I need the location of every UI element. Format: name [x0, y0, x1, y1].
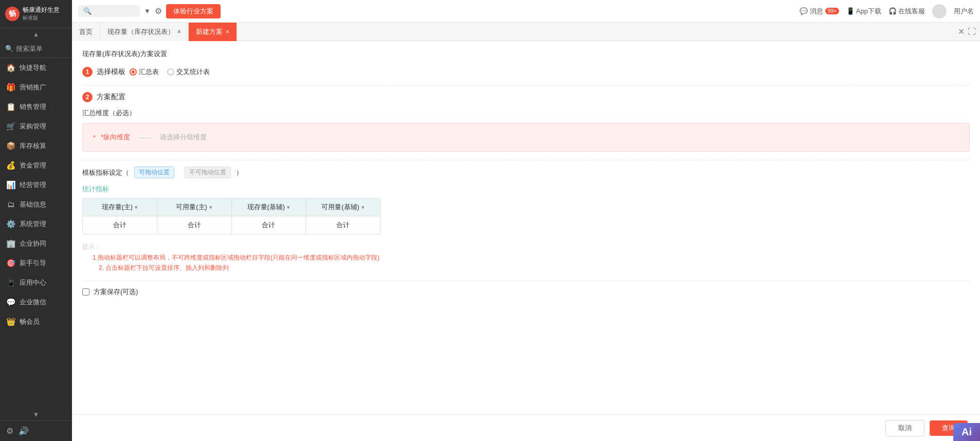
cart-icon: 🛒	[6, 122, 15, 131]
step2-num: 2	[82, 92, 93, 102]
vertical-dim-label: *	[93, 134, 96, 141]
content-area: 现存量(库存状况表)方案设置 1 选择模板 汇总表 交叉统计表	[72, 41, 980, 414]
tab-new-plan-close-icon[interactable]: ×	[226, 28, 229, 35]
app-version: 标准版	[23, 14, 60, 22]
tips-text-2: 2. 点击标题栏下拉可设置排序、插入列和	[93, 264, 210, 271]
tab-new-plan-label: 新建方案	[196, 27, 223, 36]
radio-cross[interactable]: 交叉统计表	[167, 67, 210, 77]
stats-section: 统计指标 现存量(主) ▾ 可用量(主) ▾ 现存量(基辅)	[82, 185, 970, 234]
tips-item-2: 2. 点击标题栏下拉可设置排序、插入列和删除列	[93, 264, 970, 272]
sidebar-item-label: 新手引导	[20, 259, 46, 268]
sidebar-scroll-down[interactable]: ▼	[0, 409, 72, 420]
tips-highlight: 删除列	[210, 264, 229, 271]
audio-icon[interactable]: 🔊	[19, 426, 29, 436]
sidebar-item-label: 应用中心	[20, 278, 46, 287]
radio-cross-label: 交叉统计表	[176, 67, 210, 77]
sidebar-item-label: 销售管理	[20, 102, 46, 112]
sidebar-item-wechat[interactable]: 💬 企业微信	[0, 292, 72, 312]
msg-badge: 99+	[825, 8, 839, 14]
topbar-gear-icon[interactable]: ⚙	[155, 6, 162, 16]
clipboard-icon: 📋	[6, 102, 15, 112]
cancel-button[interactable]: 取消	[885, 420, 924, 436]
col-current-main-label: 现存量(主)	[102, 203, 133, 212]
radio-summary[interactable]: 汇总表	[130, 67, 159, 77]
home-icon: 🏠	[6, 63, 15, 72]
tab-home[interactable]: 首页	[72, 23, 100, 41]
service-label: 在线客服	[898, 7, 925, 16]
topbar-dropdown-icon[interactable]: ▼	[144, 7, 151, 15]
sidebar-item-marketing[interactable]: 🎁 营销推广	[0, 78, 72, 97]
sidebar-item-sales[interactable]: 📋 销售管理	[0, 97, 72, 117]
col-current-main[interactable]: 现存量(主) ▾	[83, 198, 157, 216]
col-available-main[interactable]: 可用量(主) ▾	[157, 198, 232, 216]
search-label: 搜索菜单	[16, 44, 43, 53]
settings-icon[interactable]: ⚙	[6, 426, 13, 436]
step1-title: 选择模板	[97, 67, 125, 77]
step1-num: 1	[82, 67, 93, 77]
tab-inventory-label: 现存量（库存状况表）	[107, 27, 174, 36]
sidebar-item-quick-nav[interactable]: 🏠 快捷导航	[0, 58, 72, 78]
dimension-area[interactable]: * *纵向维度 —— 请选择分组维度	[82, 123, 970, 152]
sidebar-item-label: 企业微信	[20, 298, 46, 307]
tips-section: 提示： 1.拖动标题栏可以调整布局，不可跨维度或指标区域拖动栏目字段(只能在同一…	[82, 243, 970, 272]
stats-table: 现存量(主) ▾ 可用量(主) ▾ 现存量(基辅) ▾ 可用量(基辅)	[82, 198, 380, 234]
topbar-search[interactable]: 🔍	[78, 5, 140, 17]
msg-label: 消息	[810, 7, 823, 16]
col-available-aux[interactable]: 可用量(基辅) ▾	[306, 198, 380, 216]
step1-section: 1 选择模板 汇总表 交叉统计表	[82, 67, 970, 77]
sidebar-item-label: 经营管理	[20, 180, 46, 190]
tips-title: 提示：	[82, 243, 970, 251]
col-current-aux[interactable]: 现存量(基辅) ▾	[232, 198, 306, 216]
app-download-button[interactable]: 📱 App下载	[846, 7, 881, 16]
sidebar-item-purchase[interactable]: 🛒 采购管理	[0, 117, 72, 136]
online-service-button[interactable]: 🎧 在线客服	[888, 7, 925, 16]
sidebar-search[interactable]: 🔍 搜索菜单	[0, 40, 72, 58]
search-icon: 🔍	[83, 7, 92, 15]
save-plan-label: 方案保存(可选)	[94, 287, 138, 297]
radio-summary-dot	[130, 68, 137, 76]
sidebar-item-basic-info[interactable]: 🗂 基础信息	[0, 195, 72, 214]
vertical-dim-text: *纵向维度	[101, 133, 130, 142]
building-icon: 🏢	[6, 239, 15, 248]
indicator-label: 模板指标设定（	[82, 168, 129, 177]
sidebar-scroll-up[interactable]: ▲	[0, 28, 72, 40]
message-button[interactable]: 💬 消息 99+	[800, 7, 839, 16]
tabs-bar: 首页 现存量（库存状况表） × 新建方案 × ✕ ⛶	[72, 23, 980, 41]
topbar-right: 💬 消息 99+ 📱 App下载 🎧 在线客服 用户名	[800, 4, 974, 19]
username-label[interactable]: 用户名	[954, 7, 974, 16]
divider-2	[82, 160, 970, 160]
user-avatar[interactable]	[932, 4, 947, 19]
tips-text-1: 1.拖动标题栏可以调整布局，不可跨维度或指标区域拖动栏目字段(只能在同一维度或指…	[93, 254, 379, 261]
sidebar-item-app-center[interactable]: 📱 应用中心	[0, 273, 72, 292]
cell-0: 合计	[83, 216, 157, 234]
crown-icon: 👑	[6, 317, 15, 326]
nodrag-badge: 不可拖动位置	[185, 167, 231, 178]
action-bar: 取消 查询	[72, 414, 980, 441]
sidebar-item-finance[interactable]: 💰 资金管理	[0, 156, 72, 175]
headset-icon: 🎧	[888, 7, 897, 15]
sidebar-item-system[interactable]: ⚙️ 系统管理	[0, 214, 72, 234]
folder-icon: 🗂	[6, 200, 15, 209]
tab-new-plan[interactable]: 新建方案 ×	[189, 23, 237, 41]
sidebar-item-inventory[interactable]: 📦 库存核算	[0, 136, 72, 156]
sidebar-item-label: 采购管理	[20, 122, 46, 131]
summary-dimension-label: 汇总维度（必选）	[82, 108, 970, 118]
app-logo: 畅 畅康通好生意 标准版	[0, 0, 72, 28]
save-plan-checkbox[interactable]	[82, 288, 89, 296]
sidebar-nav: 🏠 快捷导航 🎁 营销推广 📋 销售管理 🛒 采购管理 📦 库存核算 💰 资金管…	[0, 58, 72, 409]
tab-inventory-status[interactable]: 现存量（库存状况表） ×	[100, 23, 189, 41]
col-available-main-label: 可用量(主)	[176, 203, 207, 212]
col-current-main-arrow: ▾	[135, 204, 138, 211]
col-available-aux-arrow: ▾	[361, 204, 365, 211]
expand-panel-icon[interactable]: ⛶	[968, 27, 976, 36]
tips-item-1: 1.拖动标题栏可以调整布局，不可跨维度或指标区域拖动栏目字段(只能在同一维度或指…	[93, 253, 970, 262]
sidebar-item-newbie[interactable]: 🎯 新手引导	[0, 253, 72, 273]
sidebar-item-operations[interactable]: 📊 经营管理	[0, 175, 72, 195]
ai-badge[interactable]: Ai	[953, 423, 980, 441]
sidebar-item-label: 系统管理	[20, 219, 46, 229]
sidebar-item-enterprise[interactable]: 🏢 企业协同	[0, 234, 72, 253]
tab-inventory-close-icon[interactable]: ×	[177, 28, 181, 35]
sidebar-item-member[interactable]: 👑 畅会员	[0, 312, 72, 332]
trial-button[interactable]: 体验行业方案	[166, 4, 221, 19]
close-panel-icon[interactable]: ✕	[958, 27, 965, 36]
